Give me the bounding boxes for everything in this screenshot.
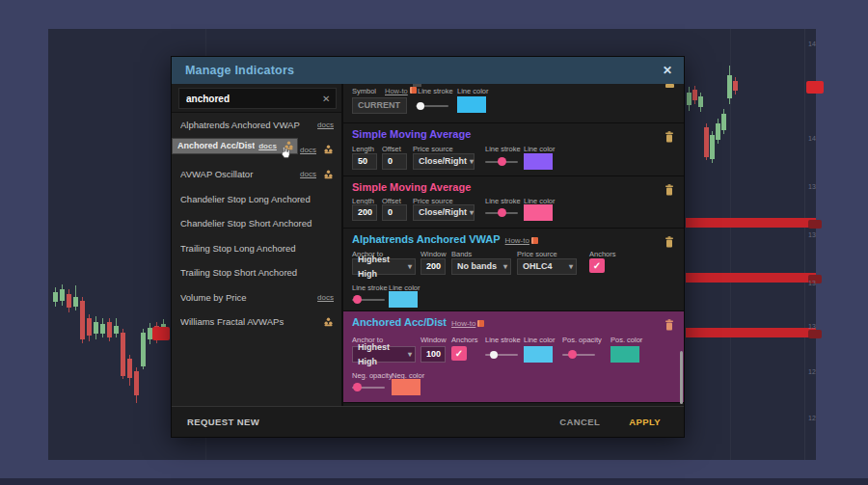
line-color-swatch[interactable] [524,204,553,221]
sidebar-item-6[interactable]: Trailing Stop Long Anchored [172,236,341,261]
docs-link[interactable]: docs [317,293,334,302]
candle [53,292,58,302]
pos-color-swatch[interactable] [610,346,639,363]
pos-color-label: Pos. color [610,336,642,344]
line-stroke-label: Line stroke [485,197,521,205]
anchor-to-select[interactable]: Highest High▾ [352,346,416,363]
cancel-button[interactable]: CANCEL [559,417,600,427]
trash-icon[interactable] [665,236,674,248]
anchors-checkbox[interactable]: ✓ [451,346,467,361]
chevron-down-icon: ▾ [408,347,412,362]
sidebar-item-8[interactable]: Volume by Price docs [172,285,341,310]
close-icon[interactable]: ✕ [663,64,672,77]
line-stroke-slider[interactable] [485,157,518,166]
candle [733,81,738,91]
offset-input[interactable]: 0 [382,204,407,221]
line-stroke-slider[interactable] [416,101,448,110]
candle [721,114,726,130]
trash-icon[interactable] [665,184,674,196]
neg-color-swatch[interactable] [392,379,420,395]
line-color-swatch[interactable] [524,346,553,363]
book-icon [410,87,417,94]
candle [80,301,85,339]
bands-select[interactable]: No bands▾ [451,258,511,275]
premium-icon [323,170,334,179]
line-stroke-label: Line stroke [418,87,453,95]
chevron-down-icon: ▾ [569,259,573,274]
price-axis [804,29,805,460]
apply-button[interactable]: APPLY [629,417,661,427]
price-source-select[interactable]: Close/Right▾ [413,153,475,170]
price-source-select[interactable]: OHLC4▾ [517,258,577,275]
dialog-header: Manage Indicators ✕ [172,57,684,84]
sidebar-item-5[interactable]: Chandelier Stop Short Anchored [172,211,341,236]
section-alphatrends-avwap: Alphatrends Anchored VWAPHow-to Anchor t… [343,229,684,311]
pos-opacity-slider[interactable] [562,350,595,359]
symbol-input[interactable]: CURRENT [352,97,407,114]
line-color-swatch[interactable] [457,96,486,113]
line-stroke-slider[interactable] [485,350,518,359]
window-label: Window [420,336,447,344]
section-symbol: Symbol How-to CURRENT Line stroke Line c… [343,84,684,123]
length-input[interactable]: 200 [352,204,377,221]
line-color-swatch[interactable] [389,291,418,308]
line-stroke-label: Line stroke [352,283,388,292]
sidebar-item-0[interactable]: Alphatrends Anchored VWAP docs [172,113,341,138]
candle [94,322,98,334]
window-frame-bottom [0,478,868,485]
docs-link[interactable]: docs [300,170,316,178]
request-new-button[interactable]: REQUEST NEW [187,417,559,427]
docs-link[interactable]: docs [300,146,316,154]
trash-icon[interactable] [665,84,674,88]
bands-label: Bands [451,250,472,258]
app-screen: 1414131313131212 Manage Indicators ✕ ✕ A… [0,0,868,485]
anchors-checkbox[interactable]: ✓ [589,258,605,273]
panel-scrollbar[interactable] [680,351,683,404]
howto-link[interactable]: How-to [505,236,529,245]
indicator-settings-panel: Symbol How-to CURRENT Line stroke Line c… [343,84,684,408]
price-source-select[interactable]: Close/Right▾ [413,204,475,221]
candle [60,289,65,301]
sidebar-item-9[interactable]: Williams Fractal AVWAPs [172,310,341,335]
docs-link[interactable]: docs [258,139,277,153]
anchor-to-select[interactable]: Highest High▾ [352,258,416,275]
candle [100,324,105,334]
window-input[interactable]: 100 [420,346,446,363]
window-input[interactable]: 200 [420,258,446,275]
price-source-label: Price source [413,145,453,153]
candle [141,333,146,366]
indicator-sidebar: ✕ Alphatrends Anchored VWAP docs Anchore… [172,84,343,408]
line-stroke-slider[interactable] [352,295,385,304]
candle [692,90,697,100]
axis-label: 13 [808,280,816,286]
search-input[interactable] [179,94,315,104]
price-source-label: Price source [517,250,557,258]
trash-icon[interactable] [665,319,674,331]
cursor-hand-icon [280,146,290,163]
sidebar-item-4[interactable]: Chandelier Stop Long Anchored [172,187,341,212]
offset-input[interactable]: 0 [382,153,407,170]
howto-link[interactable]: How-to [385,87,408,95]
search-clear-icon[interactable]: ✕ [315,94,337,104]
candle [704,127,709,157]
price-tag [808,330,822,338]
neg-opacity-slider[interactable] [352,383,385,391]
line-stroke-slider[interactable] [485,208,518,217]
length-input[interactable]: 50 [352,153,377,170]
chevron-down-icon: ▾ [408,259,412,274]
candle [687,93,692,105]
section-anchored-accdist: Anchored Acc/DistHow-to Anchor to Window… [343,311,684,403]
price-band [686,328,816,337]
sidebar-item-7[interactable]: Trailing Stop Short Anchored [172,260,341,285]
candle [107,322,112,337]
anchors-label: Anchors [589,250,616,258]
book-icon [531,237,538,244]
line-color-swatch[interactable] [524,153,553,170]
docs-link[interactable]: docs [317,121,334,129]
section-title: Simple Moving Average [352,181,471,193]
candle [73,297,78,307]
premium-icon [323,145,334,154]
trash-icon[interactable] [665,131,674,143]
howto-link[interactable]: How-to [451,319,475,328]
sidebar-item-3[interactable]: AVWAP Oscillator docs [172,162,341,187]
